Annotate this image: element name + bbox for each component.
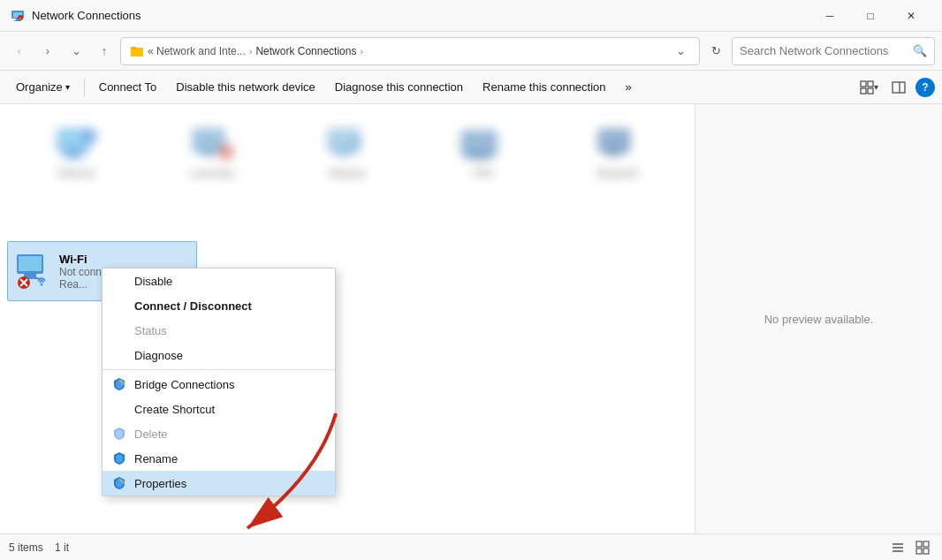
context-menu-diagnose[interactable]: Diagnose bbox=[103, 343, 335, 367]
diagnose-connection-button[interactable]: Diagnose this connection bbox=[326, 74, 472, 101]
context-menu-rename-label: Rename bbox=[134, 452, 178, 465]
toolbar: Organize ▾ Connect To Disable this netwo… bbox=[0, 71, 942, 104]
search-input[interactable] bbox=[740, 44, 908, 57]
preview-pane-button[interactable] bbox=[885, 74, 912, 101]
toolbar-right: ▾ ? bbox=[855, 74, 935, 101]
shield-icon-delete bbox=[111, 426, 127, 442]
svg-rect-50 bbox=[916, 541, 922, 547]
no-preview-text: No preview available. bbox=[764, 313, 874, 326]
breadcrumb-connections: Network Connections bbox=[255, 45, 356, 57]
svg-rect-16 bbox=[66, 152, 80, 155]
context-menu-properties-label: Properties bbox=[134, 477, 186, 490]
search-box[interactable]: 🔍 bbox=[732, 37, 935, 65]
svg-point-43 bbox=[41, 284, 43, 286]
preview-panel: No preview available. bbox=[695, 104, 942, 534]
organize-button[interactable]: Organize ▾ bbox=[7, 74, 79, 101]
context-menu-connect[interactable]: Connect / Disconnect bbox=[103, 293, 335, 318]
title-bar-left: × Network Connections bbox=[11, 9, 141, 23]
app-icon: × bbox=[11, 9, 25, 23]
wifi-icon bbox=[15, 253, 52, 290]
svg-rect-21 bbox=[194, 131, 223, 148]
svg-rect-10 bbox=[861, 88, 866, 94]
list-item: VPN bbox=[421, 118, 545, 185]
address-dropdown-button[interactable]: ⌄ bbox=[671, 42, 690, 61]
svg-rect-34 bbox=[600, 131, 628, 148]
context-menu: Disable Connect / Disconnect Status Diag… bbox=[102, 268, 336, 496]
svg-rect-11 bbox=[868, 88, 873, 94]
folder-icon bbox=[130, 44, 144, 58]
view-icon bbox=[860, 80, 874, 95]
view-options-button[interactable]: ▾ bbox=[855, 74, 882, 101]
context-menu-delete-label: Delete bbox=[134, 428, 168, 441]
separator1: › bbox=[249, 46, 253, 57]
address-path[interactable]: « Network and Inte... › Network Connecti… bbox=[120, 37, 700, 65]
status-list-view-button[interactable] bbox=[887, 537, 908, 558]
maximize-button[interactable]: □ bbox=[850, 0, 891, 32]
list-item: Bluetooth bbox=[556, 118, 680, 185]
svg-rect-53 bbox=[923, 549, 929, 554]
svg-rect-52 bbox=[916, 549, 922, 554]
svg-rect-3 bbox=[14, 20, 21, 21]
address-bar: ‹ › ⌄ ↑ « Network and Inte... › Network … bbox=[0, 32, 942, 71]
list-item: Wireless bbox=[285, 118, 409, 185]
svg-rect-35 bbox=[607, 152, 621, 155]
search-icon: 🔍 bbox=[913, 44, 927, 57]
recent-locations-button[interactable]: ⌄ bbox=[64, 39, 88, 64]
view-arrow: ▾ bbox=[874, 82, 878, 92]
up-button[interactable]: ↑ bbox=[92, 39, 117, 64]
refresh-button[interactable]: ↻ bbox=[703, 39, 728, 64]
help-button[interactable]: ? bbox=[915, 78, 935, 97]
status-bar: 5 items 1 it bbox=[0, 534, 942, 560]
context-menu-separator-1 bbox=[103, 369, 335, 370]
list-item: Local Area bbox=[149, 118, 274, 185]
rename-connection-button[interactable]: Rename this connection bbox=[474, 74, 614, 101]
context-menu-shortcut-label: Create Shortcut bbox=[134, 403, 215, 416]
shield-icon-properties bbox=[111, 475, 127, 491]
disable-network-device-button[interactable]: Disable this network device bbox=[167, 74, 324, 101]
status-items-count: 5 items 1 it bbox=[9, 541, 69, 554]
svg-rect-37 bbox=[19, 256, 42, 271]
svg-point-29 bbox=[355, 145, 359, 148]
svg-rect-7 bbox=[131, 47, 136, 49]
svg-point-19 bbox=[87, 134, 91, 138]
list-item: Ethernet bbox=[14, 118, 139, 185]
shield-icon-rename bbox=[111, 450, 127, 466]
svg-rect-51 bbox=[923, 541, 929, 547]
more-options-button[interactable]: » bbox=[617, 74, 641, 101]
svg-rect-27 bbox=[330, 131, 358, 148]
context-menu-rename[interactable]: Rename bbox=[103, 446, 335, 471]
pane-icon bbox=[892, 80, 906, 95]
context-menu-shortcut[interactable]: Create Shortcut bbox=[103, 397, 335, 421]
context-menu-disable-label: Disable bbox=[134, 275, 172, 288]
context-menu-bridge[interactable]: Bridge Connections bbox=[103, 372, 335, 397]
context-menu-delete: Delete bbox=[103, 421, 335, 446]
toolbar-separator-1 bbox=[84, 79, 85, 96]
wifi-name: Wi-Fi bbox=[59, 253, 127, 266]
context-menu-connect-label: Connect / Disconnect bbox=[134, 299, 252, 313]
content-panel: Ethernet Local Area bbox=[0, 104, 695, 534]
minimize-button[interactable]: ─ bbox=[809, 0, 850, 32]
title-bar: × Network Connections ─ □ ✕ bbox=[0, 0, 942, 32]
context-menu-bridge-label: Bridge Connections bbox=[134, 378, 234, 391]
back-button[interactable]: ‹ bbox=[7, 39, 32, 64]
context-menu-properties[interactable]: Properties bbox=[103, 471, 335, 496]
forward-button[interactable]: › bbox=[35, 39, 60, 64]
network-items-grid: Ethernet Local Area bbox=[7, 111, 688, 193]
window-controls: ─ □ ✕ bbox=[809, 0, 931, 32]
shield-icon-bridge bbox=[111, 376, 127, 392]
svg-rect-12 bbox=[893, 82, 905, 93]
window-title: Network Connections bbox=[32, 9, 141, 22]
separator2: › bbox=[360, 46, 363, 57]
context-menu-status-label: Status bbox=[134, 324, 167, 337]
close-button[interactable]: ✕ bbox=[891, 0, 931, 32]
svg-rect-17 bbox=[63, 155, 84, 158]
connect-to-button[interactable]: Connect To bbox=[90, 74, 166, 101]
svg-rect-31 bbox=[463, 132, 495, 152]
context-menu-disable[interactable]: Disable bbox=[103, 269, 335, 293]
svg-rect-9 bbox=[868, 81, 873, 87]
status-grid-view-button[interactable] bbox=[912, 537, 933, 558]
context-menu-diagnose-label: Diagnose bbox=[134, 349, 183, 362]
svg-rect-32 bbox=[467, 155, 491, 159]
main-content-area: Ethernet Local Area bbox=[0, 104, 942, 534]
status-view-controls bbox=[887, 537, 933, 558]
